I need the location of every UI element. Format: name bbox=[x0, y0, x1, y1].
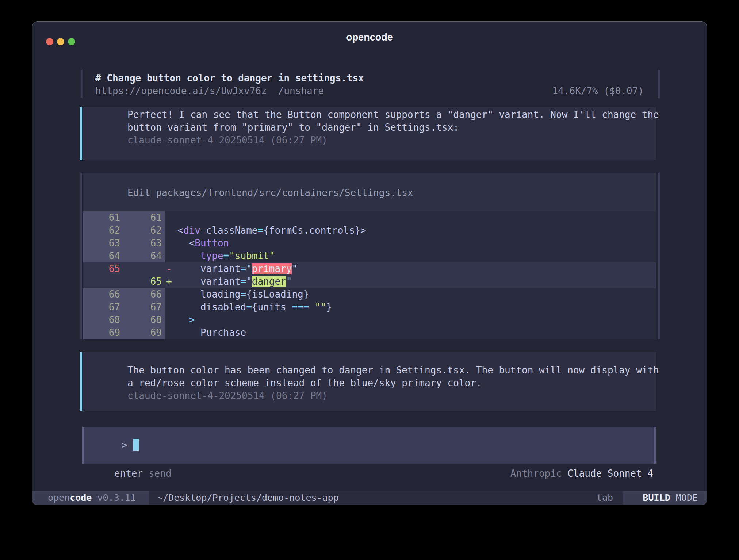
diff-gutter: 6262 bbox=[83, 224, 165, 237]
diff-code-line: <div className={formCs.controls}> bbox=[165, 224, 366, 237]
titlebar: opencode bbox=[32, 22, 707, 54]
brand-open: open bbox=[48, 492, 70, 503]
provider-label: Anthropic bbox=[510, 468, 562, 479]
diff-row-added: 65 + variant="danger" bbox=[83, 275, 656, 288]
enter-key-hint: enter bbox=[114, 468, 143, 479]
diff-code-line: loading={isLoading} bbox=[165, 288, 309, 301]
diff-code-line: <Button bbox=[165, 237, 229, 250]
session-right-rule bbox=[658, 70, 660, 98]
message-model-timestamp: claude-sonnet-4-20250514 (06:27 PM) bbox=[127, 390, 659, 402]
window-title: opencode bbox=[32, 32, 707, 43]
project-path: ~/Desktop/Projects/demo-notes-app bbox=[157, 491, 339, 505]
status-bar: opencode v0.3.11 ~/Desktop/Projects/demo… bbox=[32, 491, 707, 505]
mode-name: BUILD bbox=[643, 492, 670, 503]
brand-code: code bbox=[70, 492, 92, 503]
diff-gutter: 65 bbox=[83, 262, 165, 275]
input-left-rule bbox=[82, 427, 84, 464]
diff-row-removed: 65 - variant="primary" bbox=[83, 262, 656, 275]
mode-chip[interactable]: BUILD MODE bbox=[623, 491, 707, 505]
edit-tool-block: Edit packages/frontend/src/containers/Se… bbox=[83, 173, 656, 339]
diff-row: 6161 bbox=[83, 211, 656, 224]
input-right-rule bbox=[654, 427, 656, 464]
diff-row: 6363 <Button bbox=[83, 237, 656, 250]
diff-row: 6868 > bbox=[83, 314, 656, 326]
assistant-message: The button color has been changed to dan… bbox=[82, 352, 656, 411]
mode-suffix: MODE bbox=[676, 492, 698, 503]
diff-code-line: > bbox=[165, 314, 195, 326]
diff-code-line: Purchase bbox=[165, 326, 246, 339]
message-text-line: Perfect! I can see that the Button compo… bbox=[127, 108, 659, 121]
edit-right-rule bbox=[658, 173, 660, 339]
diff-gutter: 65 bbox=[83, 275, 165, 288]
session-title: # Change button color to danger in setti… bbox=[95, 72, 364, 85]
session-token-stats: 14.6K/7% ($0.07) bbox=[95, 85, 644, 97]
message-text-line: button variant from "primary" to "danger… bbox=[127, 121, 659, 134]
diff-row: 6969 Purchase bbox=[83, 326, 656, 339]
opencode-window: opencode # Change button color to danger… bbox=[32, 21, 707, 505]
diff-row: 6767 disabled={units === ""} bbox=[83, 301, 656, 314]
text-cursor bbox=[133, 439, 139, 451]
diff-row: 6262 <div className={formCs.controls}> bbox=[83, 224, 656, 237]
model-label: Claude Sonnet 4 bbox=[567, 468, 653, 479]
assistant-message: Perfect! I can see that the Button compo… bbox=[82, 107, 656, 160]
message-text-line: The button color has been changed to dan… bbox=[127, 364, 659, 377]
diff-code-line bbox=[165, 211, 166, 224]
enter-action-hint: send bbox=[149, 468, 172, 479]
diff-gutter: 6363 bbox=[83, 237, 165, 250]
diff-code-line: - variant="primary" bbox=[165, 262, 298, 275]
edit-left-rule bbox=[80, 173, 82, 339]
diff-row: 6666 loading={isLoading} bbox=[83, 288, 656, 301]
prompt-caret: > bbox=[122, 440, 127, 450]
chat-input[interactable]: > bbox=[82, 427, 656, 464]
diff-gutter: 6767 bbox=[83, 301, 165, 314]
edit-file-path: Edit packages/frontend/src/containers/Se… bbox=[127, 187, 413, 199]
tab-key-hint[interactable]: tab bbox=[597, 491, 613, 505]
message-model-timestamp: claude-sonnet-4-20250514 (06:27 PM) bbox=[127, 134, 659, 147]
diff-gutter: 6969 bbox=[83, 326, 165, 339]
diff-gutter: 6666 bbox=[83, 288, 165, 301]
diff-code-line: type="submit" bbox=[165, 250, 275, 262]
diff-gutter: 6464 bbox=[83, 250, 165, 262]
diff-table: 6161 6262 <div className={formCs.control… bbox=[83, 211, 656, 339]
message-text-line: a red/rose color scheme instead of the b… bbox=[127, 377, 659, 390]
diff-gutter: 6161 bbox=[83, 211, 165, 224]
session-left-rule bbox=[81, 70, 83, 98]
diff-code-line: disabled={units === ""} bbox=[165, 301, 332, 314]
footer-hints: enter send Anthropic Claude Sonnet 4 bbox=[82, 467, 656, 480]
prompt-line[interactable]: > bbox=[122, 439, 139, 452]
diff-code-line: + variant="danger" bbox=[165, 275, 292, 288]
brand-version-chip: opencode v0.3.11 bbox=[32, 491, 149, 505]
diff-gutter: 6868 bbox=[83, 314, 165, 326]
app-version: v0.3.11 bbox=[97, 492, 136, 503]
diff-row: 6464 type="submit" bbox=[83, 250, 656, 262]
